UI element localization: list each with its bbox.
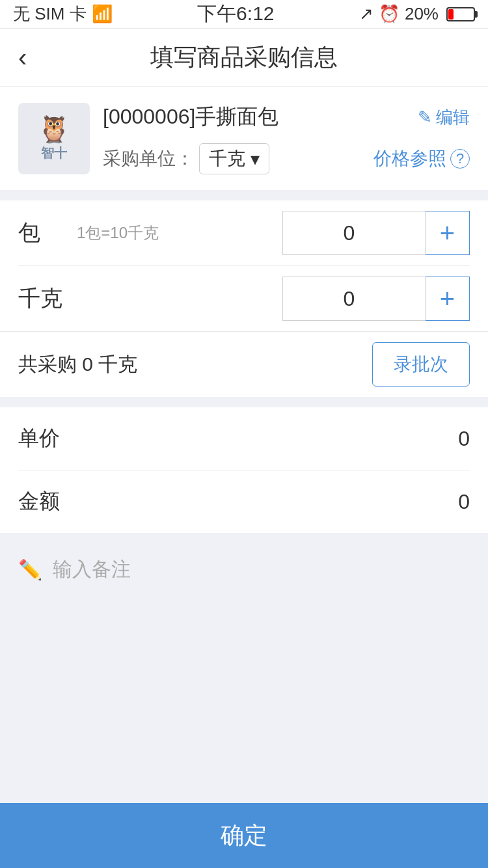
section-sep-2 <box>0 397 488 402</box>
kg-input-control: + <box>282 277 470 321</box>
question-icon: ? <box>450 149 470 169</box>
unit-label: 采购单位： <box>103 146 194 171</box>
status-right-group: ↗ ⏰ 20% <box>359 4 475 24</box>
notes-section[interactable]: ✏️ 输入备注 <box>0 538 488 601</box>
pack-input-section: 包 1包=10千克 + 千克 + <box>0 200 488 331</box>
pack-label: 包 <box>18 218 70 248</box>
price-ref-label: 价格参照 <box>373 146 446 171</box>
wifi-icon: 📶 <box>92 4 113 24</box>
content-spacer <box>0 601 488 783</box>
edit-label: 编辑 <box>436 106 470 129</box>
confirm-label: 确定 <box>221 820 267 852</box>
product-card: 🦉 智十 [0000006]手撕面包 ✎ 编辑 采购单位： 千克 ▾ 价格参照 … <box>0 87 488 195</box>
product-image: 🦉 智十 <box>18 103 90 174</box>
kg-input-row: 千克 + <box>0 266 488 331</box>
unit-selector-group: 采购单位： 千克 ▾ <box>103 143 269 174</box>
pack-quantity-input[interactable] <box>282 211 426 255</box>
chevron-down-icon: ▾ <box>251 148 260 170</box>
unit-price-row: 单价 0 <box>0 407 488 470</box>
unit-price-label: 单价 <box>18 424 60 453</box>
product-logo: 🦉 智十 <box>38 116 70 162</box>
amount-label: 金额 <box>18 487 60 516</box>
status-carrier: 无 SIM 卡 📶 <box>13 3 113 25</box>
pack-input-row: 包 1包=10千克 + <box>0 200 488 265</box>
status-time: 下午6:12 <box>197 1 274 27</box>
back-button[interactable]: ‹ <box>18 43 27 72</box>
product-header: [0000006]手撕面包 ✎ 编辑 <box>103 103 470 131</box>
confirm-button[interactable]: 确定 <box>0 803 488 868</box>
kg-plus-button[interactable]: + <box>426 277 470 321</box>
price-amount-section: 单价 0 金额 0 <box>0 407 488 533</box>
unit-select[interactable]: 千克 ▾ <box>199 143 269 174</box>
pack-sub-label: 1包=10千克 <box>77 223 282 243</box>
pack-input-control: + <box>282 211 470 255</box>
price-reference-button[interactable]: 价格参照 ? <box>373 146 470 171</box>
pencil-icon: ✏️ <box>18 558 42 581</box>
notes-placeholder: 输入备注 <box>53 556 131 583</box>
location-icon: ↗ <box>359 4 373 24</box>
unit-price-value: 0 <box>458 427 470 451</box>
summary-row: 共采购 0 千克 录批次 <box>18 332 470 397</box>
battery-percent: 20% <box>405 4 439 24</box>
battery-icon <box>446 7 475 21</box>
edit-icon: ✎ <box>418 107 432 128</box>
nav-bar: ‹ 填写商品采购信息 <box>0 29 488 87</box>
kg-label: 千克 <box>18 284 70 314</box>
unit-value: 千克 <box>209 146 245 171</box>
product-name: [0000006]手撕面包 <box>103 103 278 131</box>
summary-section: 共采购 0 千克 录批次 <box>0 332 488 397</box>
amount-row: 金额 0 <box>0 470 488 533</box>
amount-value: 0 <box>458 490 470 514</box>
owl-icon: 🦉 <box>38 116 70 142</box>
product-info: [0000006]手撕面包 ✎ 编辑 采购单位： 千克 ▾ 价格参照 ? <box>103 103 470 174</box>
alarm-icon: ⏰ <box>379 4 400 24</box>
page-title: 填写商品采购信息 <box>150 42 338 74</box>
pack-plus-button[interactable]: + <box>426 211 470 255</box>
status-bar: 无 SIM 卡 📶 下午6:12 ↗ ⏰ 20% <box>0 0 488 29</box>
section-sep-1 <box>0 195 488 200</box>
brand-label: 智十 <box>41 144 67 162</box>
summary-text: 共采购 0 千克 <box>18 351 137 378</box>
product-unit-row: 采购单位： 千克 ▾ 价格参照 ? <box>103 143 470 174</box>
record-batch-button[interactable]: 录批次 <box>372 342 470 387</box>
kg-quantity-input[interactable] <box>282 277 426 321</box>
edit-button[interactable]: ✎ 编辑 <box>418 106 470 129</box>
